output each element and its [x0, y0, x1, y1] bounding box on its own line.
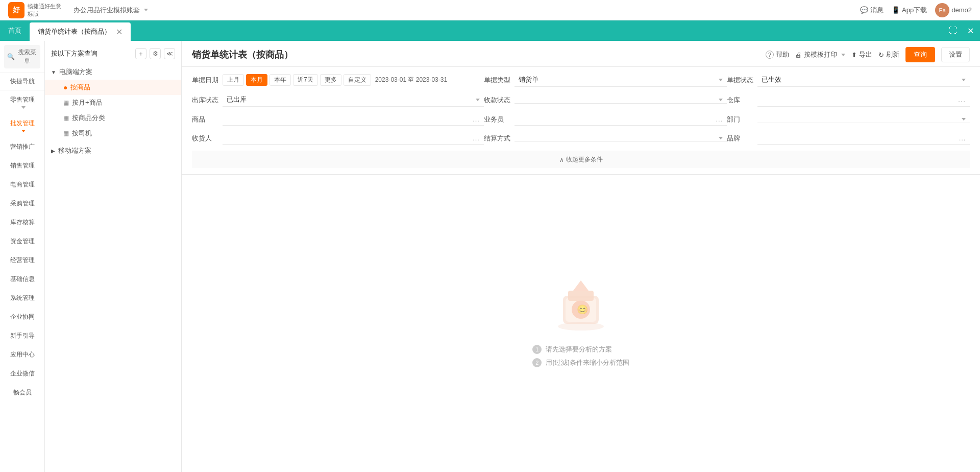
department-dropdown-icon: [962, 118, 966, 121]
sidebar-quick-nav[interactable]: 快捷导航: [0, 73, 44, 90]
collapse-bar[interactable]: ∧ 收起更多条件: [192, 151, 970, 168]
date-btn-last-month[interactable]: 上月: [223, 74, 244, 86]
add-scheme-button[interactable]: ＋: [135, 48, 146, 59]
sidebar: 🔍 搜索菜单 快捷导航 零售管理 批发管理 营销推广 销售管理 电商管理 采购管…: [0, 41, 45, 472]
doc-type-select[interactable]: 销货单: [514, 73, 727, 87]
sidebar-item-member[interactable]: 畅会员: [0, 383, 44, 402]
sidebar-item-operation[interactable]: 经营管理: [0, 251, 44, 270]
sidebar-item-sales[interactable]: 销售管理: [0, 156, 44, 175]
help-button[interactable]: ? 帮助: [766, 50, 789, 59]
doc-type-dropdown-icon: [719, 79, 723, 81]
app-download-button[interactable]: 📱 App下载: [892, 6, 927, 15]
collapse-panel-button[interactable]: ≪: [164, 48, 175, 59]
tab-home[interactable]: 首页: [0, 20, 30, 41]
header-actions: ? 帮助 🖨 按模板打印 ⬆ 导出 ↻ 刷新: [766, 47, 970, 62]
maximize-icon[interactable]: ⛶: [949, 26, 957, 35]
brand-more-icon[interactable]: …: [959, 134, 966, 142]
scheme-by-cashier[interactable]: ▦ 按司机: [45, 126, 181, 141]
scheme-by-month-product[interactable]: ▦ 按月+商品: [45, 95, 181, 110]
svg-marker-6: [573, 280, 589, 291]
filter-panel-header: 按以下方案查询 ＋ ⚙ ≪: [45, 45, 181, 62]
tabbar-right: ⛶ ✕: [949, 26, 980, 36]
export-icon: ⬆: [851, 51, 857, 59]
sidebar-item-inventory[interactable]: 库存核算: [0, 213, 44, 232]
logo-icon: 好: [8, 2, 24, 18]
filter-row-3: 商品 … 业务员 … 部门: [192, 113, 970, 126]
search-menu-button[interactable]: 🔍 搜索菜单: [4, 45, 40, 68]
date-btn-this-year[interactable]: 本年: [270, 74, 291, 86]
empty-step-1: 1 请先选择要分析的方案: [532, 345, 629, 354]
category-scheme-icon: ▦: [63, 114, 69, 122]
topbar-right: 💬 消息 📱 App下载 Ea demo2: [860, 3, 972, 17]
product-more-icon[interactable]: …: [473, 115, 480, 123]
refresh-icon: ↻: [878, 51, 884, 59]
svg-text:😊: 😊: [577, 304, 589, 315]
department-select[interactable]: [757, 116, 970, 123]
user-avatar[interactable]: Ea demo2: [935, 3, 972, 17]
warehouse-status-select[interactable]: 已出库: [223, 93, 484, 107]
step-1-num: 1: [532, 345, 542, 354]
tab-close-icon[interactable]: ✕: [116, 27, 122, 37]
filter-row-1: 单据日期 上月 本月 本年 近7天 更多 自定义 2023-03-01 至 20…: [192, 73, 970, 87]
export-button[interactable]: ⬆ 导出: [851, 50, 872, 59]
filter-row-4: 收货人 … 结算方式 品牌: [192, 132, 970, 145]
close-tab-icon[interactable]: ✕: [967, 26, 974, 36]
filter-recipient: 收货人 …: [192, 132, 484, 145]
tree-section-desktop-header[interactable]: ▼ 电脑端方案: [45, 64, 181, 80]
print-dropdown-icon: [841, 54, 845, 56]
filter-brand: 品牌 …: [727, 132, 970, 145]
scheme-by-product[interactable]: ● 按商品: [45, 80, 181, 95]
doc-status-select[interactable]: 已生效: [757, 73, 970, 87]
product-select[interactable]: …: [223, 113, 484, 126]
sidebar-item-system[interactable]: 系统管理: [0, 289, 44, 308]
date-btn-this-month[interactable]: 本月: [246, 74, 267, 86]
filter-payment-status: 收款状态: [484, 96, 727, 105]
date-btn-7days[interactable]: 近7天: [293, 74, 318, 86]
date-btn-more[interactable]: 更多: [320, 74, 341, 86]
date-btn-custom[interactable]: 自定义: [344, 74, 371, 86]
edit-scheme-button[interactable]: ⚙: [150, 48, 161, 59]
scheme-by-category[interactable]: ▦ 按商品分类: [45, 110, 181, 126]
recipient-more-icon[interactable]: …: [473, 134, 480, 142]
sidebar-item-ecom[interactable]: 电商管理: [0, 175, 44, 194]
recipient-select[interactable]: …: [223, 132, 484, 145]
page-title: 销货单统计表（按商品）: [192, 49, 293, 61]
settlement-select[interactable]: [514, 135, 727, 142]
warehouse-more-icon[interactable]: …: [958, 95, 966, 104]
filter-department: 部门: [727, 115, 970, 124]
workspace-selector[interactable]: 办公用品行业模拟账套: [74, 6, 148, 15]
retail-expand-icon: [21, 106, 26, 109]
empty-state: 😊 1 请先选择要分析的方案 2 用[过滤]条件来缩小分析范围: [182, 175, 980, 472]
template-print-button[interactable]: 🖨 按模板打印: [795, 50, 845, 59]
sidebar-item-wechat[interactable]: 企业微信: [0, 364, 44, 383]
sidebar-item-retail[interactable]: 零售管理: [0, 90, 44, 114]
payment-status-select[interactable]: [514, 97, 727, 104]
refresh-button[interactable]: ↻ 刷新: [878, 50, 899, 59]
month-product-scheme-icon: ▦: [63, 99, 69, 106]
filter-product: 商品 …: [192, 113, 484, 126]
warehouse-select[interactable]: …: [757, 93, 970, 107]
wholesale-expand-icon: [21, 130, 26, 132]
main-container: 🔍 搜索菜单 快捷导航 零售管理 批发管理 营销推广 销售管理 电商管理 采购管…: [0, 41, 980, 472]
section-expand-icon: ▼: [51, 69, 56, 75]
query-button[interactable]: 查询: [905, 47, 935, 62]
tree-section-mobile-header[interactable]: ▶ 移动端方案: [45, 143, 181, 158]
sidebar-item-marketing[interactable]: 营销推广: [0, 137, 44, 156]
sidebar-item-enterprise[interactable]: 企业协同: [0, 308, 44, 326]
salesperson-select[interactable]: …: [514, 113, 727, 126]
warehouse-status-dropdown-icon: [476, 99, 480, 101]
main-content: 销货单统计表（按商品） ? 帮助 🖨 按模板打印 ⬆ 导出: [182, 41, 980, 472]
message-button[interactable]: 💬 消息: [860, 6, 884, 15]
sidebar-item-finance[interactable]: 资金管理: [0, 232, 44, 251]
logo-text: 畅捷通好生意 标版: [28, 3, 61, 17]
filter-warehouse: 仓库 …: [727, 93, 970, 107]
tab-sales-stats[interactable]: 销货单统计表（按商品） ✕: [30, 22, 131, 41]
settings-button[interactable]: 设置: [941, 47, 970, 62]
brand-select[interactable]: …: [757, 132, 970, 145]
sidebar-item-newbie[interactable]: 新手引导: [0, 326, 44, 345]
salesperson-more-icon[interactable]: …: [716, 115, 723, 123]
sidebar-item-purchase[interactable]: 采购管理: [0, 194, 44, 213]
sidebar-item-apps[interactable]: 应用中心: [0, 345, 44, 364]
sidebar-item-wholesale[interactable]: 批发管理: [0, 114, 44, 137]
sidebar-item-basic[interactable]: 基础信息: [0, 270, 44, 289]
